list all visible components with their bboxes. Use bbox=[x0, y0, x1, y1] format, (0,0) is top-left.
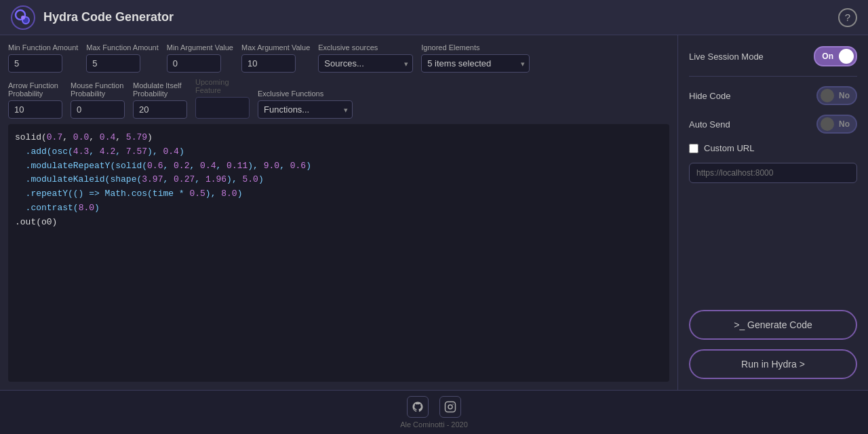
live-session-toggle[interactable]: On bbox=[814, 46, 857, 66]
exclusive-fn-group: Exclusive Functions Functions... add mul… bbox=[258, 90, 353, 119]
live-session-row: Live Session Mode On bbox=[689, 46, 857, 66]
auto-send-toggle[interactable]: No bbox=[816, 115, 857, 134]
header: Hydra Code Generator ? bbox=[0, 0, 868, 35]
live-on-text: On bbox=[816, 50, 839, 62]
code-line-6: .contrast(8.0) bbox=[15, 201, 663, 216]
svg-point-6 bbox=[452, 403, 454, 405]
max-argument-input[interactable] bbox=[241, 54, 296, 73]
spacer bbox=[689, 193, 857, 300]
github-icon[interactable] bbox=[407, 396, 429, 418]
max-function-group: Max Function Amount bbox=[86, 43, 158, 73]
modulate-input[interactable] bbox=[133, 100, 187, 119]
hide-code-row: Hide Code No bbox=[689, 86, 857, 105]
max-function-input[interactable] bbox=[86, 54, 140, 73]
help-button[interactable]: ? bbox=[838, 8, 857, 27]
ignored-elements-select[interactable]: 5 items selected noise voronoi osc shape… bbox=[421, 54, 530, 73]
modulate-group: Modulate ItselfProbability bbox=[133, 81, 187, 119]
code-line-4: .modulateKaleid(shape(3.97, 0.27, 1.96),… bbox=[15, 173, 663, 187]
run-in-hydra-button[interactable]: Run in Hydra > bbox=[689, 349, 857, 379]
exclusive-sources-wrapper: Sources... noise voronoi osc shape solid bbox=[318, 54, 413, 73]
controls-row-1: Min Function Amount Max Function Amount … bbox=[8, 43, 669, 73]
right-panel: Live Session Mode On Hide Code No Auto S… bbox=[678, 35, 868, 390]
min-function-group: Min Function Amount bbox=[8, 43, 78, 73]
arrow-fn-input[interactable] bbox=[8, 100, 62, 119]
main-content: Min Function Amount Max Function Amount … bbox=[0, 35, 868, 390]
svg-rect-4 bbox=[446, 402, 456, 412]
ignored-elements-label: Ignored Elements bbox=[421, 43, 530, 52]
code-line-1: solid(0.7, 0.0, 0.4, 5.79) bbox=[15, 131, 663, 145]
arrow-fn-group: Arrow FunctionProbability bbox=[8, 81, 62, 119]
max-argument-group: Max Argument Value bbox=[241, 43, 310, 73]
hide-code-text: No bbox=[835, 90, 854, 102]
divider-1 bbox=[689, 76, 857, 77]
footer-credit: Ale Cominotti - 2020 bbox=[400, 420, 468, 429]
exclusive-fn-select[interactable]: Functions... add mult blend diff bbox=[258, 100, 353, 119]
hide-code-toggle[interactable]: No bbox=[816, 86, 857, 105]
min-function-input[interactable] bbox=[8, 54, 62, 73]
ignored-elements-wrapper: 5 items selected noise voronoi osc shape… bbox=[421, 54, 530, 73]
auto-send-label: Auto Send bbox=[689, 119, 730, 130]
code-line-7: .out(o0) bbox=[15, 216, 663, 230]
custom-url-checkbox[interactable] bbox=[689, 144, 698, 153]
upcoming-group: UpcomingFeature bbox=[195, 78, 250, 119]
min-argument-input[interactable] bbox=[167, 54, 221, 73]
code-line-3: .modulateRepeatY(solid(0.6, 0.2, 0.4, 0.… bbox=[15, 159, 663, 174]
footer: Ale Cominotti - 2020 bbox=[0, 390, 868, 434]
min-argument-label: Min Argument Value bbox=[167, 43, 233, 52]
live-toggle-knob bbox=[839, 49, 854, 64]
left-panel: Min Function Amount Max Function Amount … bbox=[0, 35, 678, 390]
code-output: solid(0.7, 0.0, 0.4, 5.79) .add(osc(4.3,… bbox=[8, 124, 669, 382]
controls-row-2: Arrow FunctionProbability Mouse Function… bbox=[8, 78, 669, 119]
exclusive-sources-select[interactable]: Sources... noise voronoi osc shape solid bbox=[318, 54, 413, 73]
ignored-elements-group: Ignored Elements 5 items selected noise … bbox=[421, 43, 530, 73]
app-title: Hydra Code Generator bbox=[43, 10, 838, 24]
min-argument-group: Min Argument Value bbox=[167, 43, 233, 73]
generate-code-button[interactable]: >_ Generate Code bbox=[689, 310, 857, 340]
min-function-label: Min Function Amount bbox=[8, 43, 78, 52]
svg-point-5 bbox=[448, 405, 452, 409]
hide-code-knob bbox=[821, 89, 834, 102]
auto-send-row: Auto Send No bbox=[689, 115, 857, 134]
arrow-fn-label: Arrow FunctionProbability bbox=[8, 81, 62, 98]
footer-icons bbox=[407, 396, 461, 418]
code-line-2: .add(osc(4.3, 4.2, 7.57), 0.4) bbox=[15, 145, 663, 159]
hide-code-label: Hide Code bbox=[689, 91, 730, 101]
mouse-fn-label: Mouse FunctionProbability bbox=[71, 81, 125, 98]
exclusive-fn-wrapper: Functions... add mult blend diff bbox=[258, 100, 353, 119]
code-line-5: .repeatY(() => Math.cos(time * 0.5), 8.0… bbox=[15, 187, 663, 201]
upcoming-feature-box bbox=[195, 97, 250, 119]
max-function-label: Max Function Amount bbox=[86, 43, 158, 52]
live-session-label: Live Session Mode bbox=[689, 52, 764, 62]
auto-send-text: No bbox=[835, 118, 854, 130]
modulate-label: Modulate ItselfProbability bbox=[133, 81, 187, 98]
auto-send-knob bbox=[821, 117, 834, 131]
upcoming-label: UpcomingFeature bbox=[195, 78, 250, 94]
mouse-fn-input[interactable] bbox=[71, 100, 125, 119]
exclusive-sources-group: Exclusive sources Sources... noise voron… bbox=[318, 43, 413, 73]
max-argument-label: Max Argument Value bbox=[241, 43, 310, 52]
exclusive-fn-label: Exclusive Functions bbox=[258, 90, 353, 98]
svg-point-3 bbox=[21, 16, 25, 20]
custom-url-row: Custom URL bbox=[689, 143, 857, 153]
exclusive-sources-label: Exclusive sources bbox=[318, 43, 413, 52]
app-logo bbox=[11, 5, 35, 30]
custom-url-label: Custom URL bbox=[704, 143, 754, 153]
custom-url-input[interactable] bbox=[689, 163, 857, 183]
mouse-fn-group: Mouse FunctionProbability bbox=[71, 81, 125, 119]
instagram-icon[interactable] bbox=[439, 396, 461, 418]
